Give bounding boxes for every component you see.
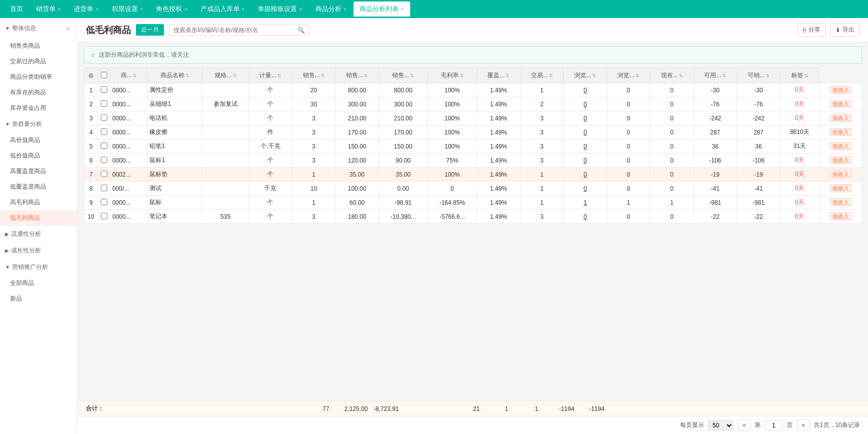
next-page-button[interactable]: ＞ [797, 419, 810, 431]
row-select-checkbox[interactable] [101, 171, 107, 177]
sidebar-group-flow[interactable]: ▶ 流通性分析 [0, 226, 77, 242]
sidebar-group-cluster[interactable]: ▼ 类群量分析 [0, 116, 77, 132]
close-icon[interactable]: × [58, 6, 61, 12]
search-input[interactable] [173, 27, 297, 34]
close-icon[interactable]: × [401, 6, 404, 12]
row-tag: 低收入 [819, 196, 862, 210]
col-current-stock[interactable]: 现有...⇅ [650, 68, 693, 83]
nav-product-analysis-list[interactable]: 商品分析列表× [354, 2, 410, 17]
col-browse2[interactable]: 浏览...⇅ [607, 68, 650, 83]
row-select-checkbox[interactable] [101, 100, 107, 107]
row-checkbox[interactable] [98, 139, 110, 154]
col-code[interactable]: 商...⇅ [110, 68, 147, 83]
nav-product-entry[interactable]: 产成品入库单× [195, 2, 251, 17]
close-icon[interactable]: × [184, 6, 187, 12]
col-settings[interactable]: ⚙ [84, 68, 98, 83]
search-icon[interactable]: 🔍 [297, 27, 305, 34]
trade-link[interactable]: 0 [584, 185, 587, 192]
row-sales3: 100% [428, 139, 477, 154]
row-checkbox[interactable] [98, 182, 110, 196]
collapse-icon[interactable]: « [64, 22, 72, 34]
row-select-checkbox[interactable] [101, 213, 107, 219]
trade-link[interactable]: 0 [584, 143, 587, 150]
col-unit[interactable]: 计量...⇅ [249, 68, 292, 83]
time-filter-button[interactable]: 近一月 [136, 24, 164, 36]
row-checkbox[interactable] [98, 125, 110, 139]
row-select-checkbox[interactable] [101, 128, 107, 135]
search-box[interactable]: 🔍 [169, 25, 309, 36]
sidebar-item-traded-goods[interactable]: 交易过的商品 [0, 54, 77, 69]
page-size-select[interactable]: 50 100 200 [708, 420, 734, 431]
trade-link[interactable]: 0 [584, 87, 587, 94]
sidebar-item-sales-goods[interactable]: 销售类商品 [0, 38, 77, 54]
row-checkbox[interactable] [98, 196, 110, 210]
sidebar-item-high-coverage[interactable]: 高覆盖度商品 [0, 164, 77, 179]
select-all-checkbox[interactable] [101, 72, 107, 78]
close-icon[interactable]: × [242, 6, 245, 12]
col-tag[interactable]: 标签⇅ [780, 68, 819, 83]
close-icon[interactable]: × [343, 6, 346, 12]
close-icon[interactable]: × [95, 6, 98, 12]
col-sales-amt[interactable]: 销售...⇅ [335, 68, 379, 83]
trade-link[interactable]: 0 [584, 115, 587, 122]
row-checkbox[interactable] [98, 111, 110, 125]
row-select-checkbox[interactable] [101, 86, 107, 93]
row-trade: 0 [564, 97, 607, 111]
col-trade[interactable]: 交易...⇅ [520, 68, 563, 83]
row-checkbox[interactable] [98, 210, 110, 224]
col-sales-qty[interactable]: 销售...⇅ [292, 68, 335, 83]
sidebar-group-growth[interactable]: ▶ 成长性分析 [0, 242, 77, 259]
col-saleable-days[interactable]: 可销...⇅ [737, 68, 780, 83]
sidebar-item-high-margin[interactable]: 高毛利商品 [0, 195, 77, 210]
col-checkbox[interactable] [98, 68, 110, 83]
sidebar-item-all-goods[interactable]: 全部商品 [0, 275, 77, 291]
sidebar-item-in-stock[interactable]: 有库存的商品 [0, 85, 77, 100]
nav-permission[interactable]: 权限设置× [106, 2, 149, 17]
row-select-checkbox[interactable] [101, 142, 107, 149]
sidebar-item-low-coverage[interactable]: 低覆盖度商品 [0, 179, 77, 195]
trade-link[interactable]: 0 [584, 129, 587, 136]
col-sales-profit[interactable]: 销售...⇅ [379, 68, 427, 83]
nav-purchase[interactable]: 进货单× [68, 2, 104, 17]
trade-link[interactable]: 0 [584, 213, 587, 220]
nav-template[interactable]: 单据模板设置× [252, 2, 308, 17]
nav-product-analysis[interactable]: 商品分析× [309, 2, 353, 17]
row-browse1: 0 [607, 97, 650, 111]
close-icon[interactable]: × [299, 6, 302, 12]
prev-page-button[interactable]: ＜ [738, 419, 751, 431]
nav-role[interactable]: 角色授权× [150, 2, 193, 17]
page-number-input[interactable] [765, 420, 783, 430]
share-button[interactable]: ⎘ 分享 [797, 23, 826, 37]
row-select-checkbox[interactable] [101, 114, 107, 121]
export-button[interactable]: ⬇ 导出 [830, 23, 860, 37]
sidebar-item-low-margin[interactable]: 低毛利商品 [0, 210, 77, 226]
sidebar-group-overview[interactable]: ▼ 整体信息 « [0, 18, 77, 38]
sidebar-item-new-goods[interactable]: 新品 [0, 291, 77, 307]
close-icon[interactable]: × [140, 6, 143, 12]
sidebar-item-low-value[interactable]: 低价值商品 [0, 148, 77, 164]
sidebar-item-capital[interactable]: 库存资金占用 [0, 100, 77, 116]
row-sales3: 75% [428, 154, 477, 168]
sidebar-group-marketing[interactable]: ▼ 营销推广分析 [0, 259, 77, 275]
col-spec[interactable]: 规格...⇅ [202, 68, 249, 83]
col-browse1[interactable]: 浏览...⇅ [564, 68, 607, 83]
row-select-checkbox[interactable] [101, 199, 107, 205]
col-available-stock[interactable]: 可用...⇅ [693, 68, 737, 83]
trade-link[interactable]: 1 [584, 199, 587, 206]
sidebar-item-category-rate[interactable]: 商品分类助销率 [0, 69, 77, 85]
row-select-checkbox[interactable] [101, 157, 107, 163]
trade-link[interactable]: 0 [584, 101, 587, 108]
row-checkbox[interactable] [98, 83, 110, 97]
row-checkbox[interactable] [98, 154, 110, 168]
nav-home[interactable]: 首页 [4, 2, 29, 17]
col-coverage[interactable]: 覆盖...⇅ [477, 68, 520, 83]
col-gross-rate[interactable]: 毛利率⇅ [428, 68, 477, 83]
trade-link[interactable]: 0 [584, 171, 587, 178]
row-select-checkbox[interactable] [101, 185, 107, 191]
col-name[interactable]: 商品名称⇅ [147, 68, 202, 83]
sidebar-item-high-value[interactable]: 高价值商品 [0, 132, 77, 148]
row-checkbox[interactable] [98, 97, 110, 111]
nav-sales[interactable]: 销货单× [30, 2, 67, 17]
row-checkbox[interactable] [98, 168, 110, 182]
trade-link[interactable]: 0 [584, 157, 587, 164]
